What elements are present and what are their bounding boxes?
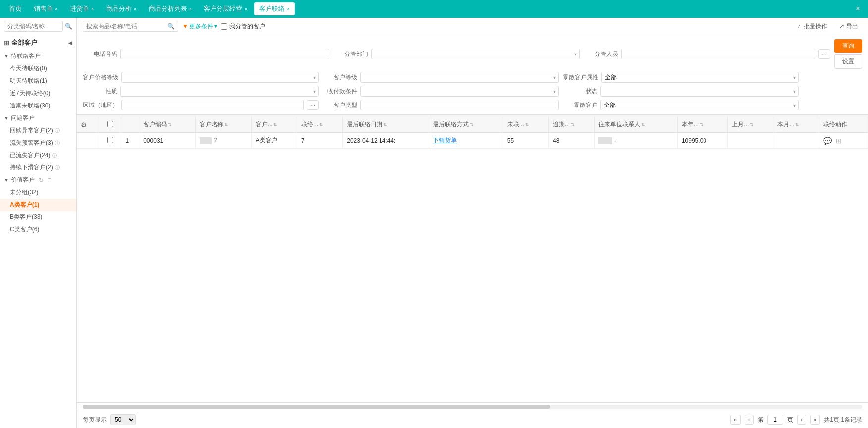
sidebar-item-class-a[interactable]: A类客户(1)	[0, 199, 76, 211]
setting-button[interactable]: 设置	[834, 54, 862, 69]
sidebar-item-tomorrow[interactable]: 明天待联络(1)	[0, 75, 76, 87]
manager-ellipsis-btn[interactable]: ···	[818, 49, 830, 59]
manager-input[interactable]	[621, 49, 815, 59]
page-unit: 页	[787, 416, 793, 424]
customer-level-select[interactable]	[360, 72, 558, 83]
value-refresh-icon[interactable]: ↻	[39, 177, 44, 184]
select-all-checkbox[interactable]	[107, 121, 113, 127]
scrollbar-track[interactable]	[83, 405, 862, 409]
filter-row-3: 性质 ▾ 收付款条件 ▾ 状态	[83, 86, 862, 97]
th-this-month[interactable]: 本月... ⇅	[773, 117, 819, 133]
row-contact-cell: 7	[297, 133, 343, 149]
th-name[interactable]: 客户名称 ⇅	[195, 117, 251, 133]
nav-tab-goods-analysis[interactable]: 商品分析 ×	[101, 2, 142, 15]
th-unit-contact[interactable]: 往来单位联系人 ⇅	[595, 117, 678, 133]
sidebar-item-7days[interactable]: 近7天待联络(0)	[0, 87, 76, 100]
status-select[interactable]	[600, 86, 799, 97]
nav-tab-goods-analysis-list[interactable]: 商品分析列表 ×	[144, 2, 197, 15]
row-no-contact: 55	[507, 137, 514, 144]
export-btn[interactable]: ↗ 导出	[835, 21, 862, 32]
sidebar-item-class-b[interactable]: B类客户(33)	[0, 211, 76, 223]
nav-tab-customer-contact[interactable]: 客户联络 ×	[254, 2, 295, 15]
query-button[interactable]: 查询	[834, 39, 862, 53]
window-close-button[interactable]: ×	[852, 3, 864, 14]
row-overdue-cell: 48	[548, 133, 594, 149]
close-goods-analysis-tab[interactable]: ×	[134, 6, 137, 12]
top-nav: 首页 销售单 × 进货单 × 商品分析 × 商品分析列表 × 客户分层经营 × …	[0, 0, 868, 18]
th-last-contact-way[interactable]: 最后联络方式 ⇅	[429, 117, 503, 133]
nature-select[interactable]	[120, 86, 319, 97]
prev-page-btn[interactable]: ‹	[745, 415, 754, 425]
page-num-input[interactable]	[767, 415, 783, 425]
nav-tab-customer-segment[interactable]: 客户分层经营 ×	[199, 2, 252, 15]
sidebar-item-today[interactable]: 今天待联络(0)	[0, 62, 76, 75]
first-page-btn[interactable]: «	[730, 415, 741, 425]
th-no-contact-label: 未联...	[507, 120, 524, 129]
th-last-contact-date[interactable]: 最后联络日期 ⇅	[343, 117, 429, 133]
th-customer-type[interactable]: 客户... ⇅	[251, 117, 297, 133]
th-last-contact-date-sort-icon: ⇅	[383, 122, 387, 127]
sidebar-search-input[interactable]	[4, 21, 63, 32]
next-page-btn[interactable]: ›	[797, 415, 806, 425]
filter-search-input[interactable]	[86, 23, 165, 30]
scrollbar-thumb[interactable]	[83, 405, 550, 409]
th-this-month-label: 本月...	[777, 120, 794, 129]
my-customers-checkbox[interactable]	[221, 23, 227, 30]
value-add-icon[interactable]: 🗒	[47, 177, 53, 184]
7days-label: 近7天待联络(0)	[10, 89, 50, 98]
filter-more-btn[interactable]: ▼ 更多条件 ▾	[182, 22, 217, 31]
sidebar-item-declining[interactable]: 持续下滑客户(2) ⓘ	[0, 161, 76, 174]
table-settings-icon[interactable]: ⚙	[81, 121, 87, 129]
price-level-select[interactable]	[121, 72, 319, 83]
all-customers-header[interactable]: ⊞ 全部客户 ◀	[0, 35, 76, 50]
retail-customer-select[interactable]: 全部	[600, 100, 799, 110]
close-sales-tab[interactable]: ×	[55, 6, 58, 12]
retail-attr-select[interactable]: 全部	[601, 72, 799, 83]
sidebar-item-lost-warning[interactable]: 流失预警客户(3) ⓘ	[0, 137, 76, 149]
th-this-year-sort-icon: ⇅	[700, 122, 704, 127]
phone-input[interactable]	[120, 49, 329, 59]
nature-select-wrapper: ▾	[120, 86, 319, 97]
nav-tab-purchase[interactable]: 进货单 ×	[65, 2, 99, 15]
region-ellipsis-btn[interactable]: ···	[307, 100, 319, 110]
th-this-year[interactable]: 本年... ⇅	[677, 117, 727, 133]
filter-search-icon[interactable]: 🔍	[167, 23, 175, 30]
nav-tab-sales[interactable]: 销售单 ×	[29, 2, 63, 15]
sidebar-item-repurchase-abnormal[interactable]: 回购异常客户(2) ⓘ	[0, 124, 76, 137]
close-customer-segment-tab[interactable]: ×	[244, 6, 247, 12]
th-last-month[interactable]: 上月... ⇅	[728, 117, 773, 133]
th-overdue[interactable]: 逾期... ⇅	[548, 117, 594, 133]
th-contact[interactable]: 联络... ⇅	[297, 117, 343, 133]
sidebar-item-class-c[interactable]: C类客户(6)	[0, 223, 76, 236]
filter-form: 电话号码 分管部门 ▾ 分管人员 ··· 查询 设置	[77, 35, 868, 115]
th-code[interactable]: 客户编码 ⇅	[139, 117, 195, 133]
page-size-label: 每页显示	[83, 416, 107, 424]
payment-select[interactable]	[360, 86, 558, 97]
filter-field-customer-type: 客户类型	[323, 100, 558, 110]
sidebar-item-unclassified[interactable]: 未分组(32)	[0, 186, 76, 199]
row-qrcode-icon[interactable]: ⊞	[836, 137, 842, 145]
region-input[interactable]	[121, 100, 304, 110]
customer-type-input[interactable]	[360, 100, 558, 110]
class-a-label: A类客户(1)	[10, 201, 39, 209]
close-purchase-tab[interactable]: ×	[91, 6, 94, 12]
close-goods-analysis-list-tab[interactable]: ×	[189, 6, 192, 12]
page-size-select[interactable]: 50 100 200	[110, 414, 136, 425]
sidebar-item-overdue[interactable]: 逾期未联络(30)	[0, 100, 76, 112]
sidebar-search-icon[interactable]: 🔍	[65, 23, 72, 30]
nav-home[interactable]: 首页	[4, 2, 27, 15]
filter-more-chevron: ▾	[214, 23, 217, 30]
th-no-contact[interactable]: 未联... ⇅	[503, 117, 548, 133]
sidebar-item-already-lost[interactable]: 已流失客户(24) ⓘ	[0, 149, 76, 161]
close-customer-contact-tab[interactable]: ×	[287, 6, 290, 12]
dept-select[interactable]	[371, 49, 580, 59]
row-last-contact-way[interactable]: 下销货单	[433, 137, 457, 144]
my-customers-filter[interactable]: 我分管的客户	[221, 22, 265, 31]
batch-op-btn[interactable]: ☑ 批量操作	[792, 21, 831, 32]
last-page-btn[interactable]: »	[810, 415, 820, 425]
row-chat-icon[interactable]: 💬	[823, 137, 832, 145]
th-overdue-sort-icon: ⇅	[571, 122, 575, 127]
export-icon: ↗	[839, 23, 844, 30]
row-checkbox[interactable]	[107, 137, 113, 143]
th-name-sort-icon: ⇅	[224, 122, 228, 127]
